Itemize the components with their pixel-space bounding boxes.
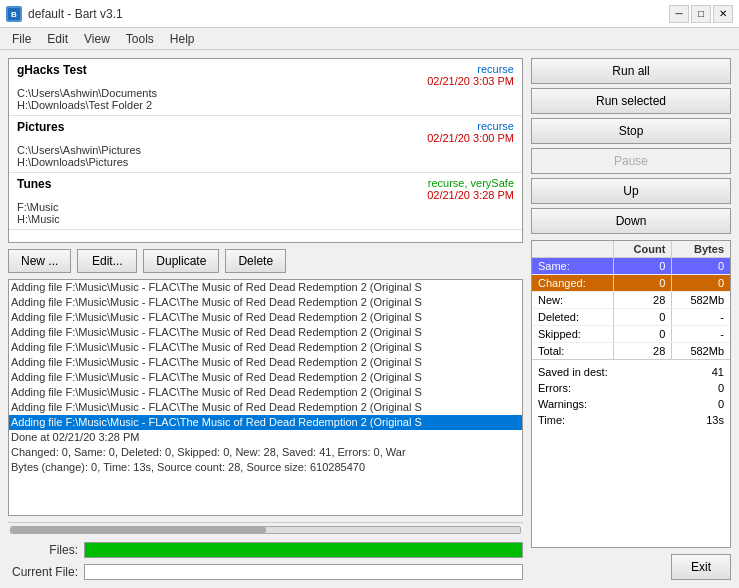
log-line[interactable]: Adding file F:\Music\Music - FLAC\The Mu… xyxy=(9,310,522,325)
job-meta-ghacks: recurse 02/21/20 3:03 PM xyxy=(427,63,514,87)
toolbar-row: New ... Edit... Duplicate Delete xyxy=(8,249,523,273)
stats-label-same: Same: xyxy=(532,258,614,274)
job-name-tunes: Tunes xyxy=(17,177,51,201)
files-progress-bar xyxy=(84,542,523,558)
stats-count-deleted: 0 xyxy=(614,309,673,325)
stats-warnings-value: 0 xyxy=(718,398,724,410)
menu-help[interactable]: Help xyxy=(162,30,203,48)
log-line[interactable]: Done at 02/21/20 3:28 PM xyxy=(9,430,522,445)
stats-label-deleted: Deleted: xyxy=(532,309,614,325)
job-name-pictures: Pictures xyxy=(17,120,64,144)
left-panel: gHacks Test recurse 02/21/20 3:03 PM C:\… xyxy=(8,58,523,580)
maximize-button[interactable]: □ xyxy=(691,5,711,23)
menu-edit[interactable]: Edit xyxy=(39,30,76,48)
stats-warnings-label: Warnings: xyxy=(538,398,587,410)
stats-time-row: Time: 13s xyxy=(532,412,730,428)
stats-time-label: Time: xyxy=(538,414,565,426)
job-item-tunes[interactable]: Tunes recurse, verySafe 02/21/20 3:28 PM… xyxy=(9,173,522,230)
log-scrollbar-track[interactable] xyxy=(10,526,521,534)
stats-count-total: 28 xyxy=(614,343,673,359)
log-area[interactable]: Adding file F:\Music\Music - FLAC\The Mu… xyxy=(8,279,523,516)
stats-saved-value: 41 xyxy=(712,366,724,378)
delete-button[interactable]: Delete xyxy=(225,249,286,273)
files-label: Files: xyxy=(8,543,78,557)
log-line[interactable]: Adding file F:\Music\Music - FLAC\The Mu… xyxy=(9,340,522,355)
log-line[interactable]: Bytes (change): 0, Time: 13s, Source cou… xyxy=(9,460,522,475)
stats-bytes-same: 0 xyxy=(672,258,730,274)
svg-text:B: B xyxy=(11,10,17,19)
right-panel: Run all Run selected Stop Pause Up Down … xyxy=(531,58,731,580)
log-line[interactable]: Adding file F:\Music\Music - FLAC\The Mu… xyxy=(9,325,522,340)
close-button[interactable]: ✕ xyxy=(713,5,733,23)
stats-bytes-skipped: - xyxy=(672,326,730,342)
exit-button[interactable]: Exit xyxy=(671,554,731,580)
duplicate-button[interactable]: Duplicate xyxy=(143,249,219,273)
down-button[interactable]: Down xyxy=(531,208,731,234)
edit-button[interactable]: Edit... xyxy=(77,249,137,273)
job-name-ghacks: gHacks Test xyxy=(17,63,87,87)
stats-row-deleted: Deleted: 0 - xyxy=(532,309,730,326)
run-selected-button[interactable]: Run selected xyxy=(531,88,731,114)
job-path2-pictures: H:\Downloads\Pictures xyxy=(17,156,514,168)
stats-saved-label: Saved in dest: xyxy=(538,366,608,378)
job-path1-pictures: C:\Users\Ashwin\Pictures xyxy=(17,144,514,156)
stats-panel: Count Bytes Same: 0 0 Changed: 0 0 New: … xyxy=(531,240,731,548)
stats-row-changed: Changed: 0 0 xyxy=(532,275,730,292)
files-progress-row: Files: xyxy=(8,542,523,558)
log-line[interactable]: Adding file F:\Music\Music - FLAC\The Mu… xyxy=(9,385,522,400)
pause-button[interactable]: Pause xyxy=(531,148,731,174)
log-line[interactable]: Adding file F:\Music\Music - FLAC\The Mu… xyxy=(9,400,522,415)
stats-label-changed: Changed: xyxy=(532,275,614,291)
menu-view[interactable]: View xyxy=(76,30,118,48)
title-bar-left: B default - Bart v3.1 xyxy=(6,6,123,22)
minimize-button[interactable]: ─ xyxy=(669,5,689,23)
log-line[interactable]: Adding file F:\Music\Music - FLAC\The Mu… xyxy=(9,370,522,385)
job-meta-tunes: recurse, verySafe 02/21/20 3:28 PM xyxy=(427,177,514,201)
stats-bytes-new: 582Mb xyxy=(672,292,730,308)
log-line[interactable]: Adding file F:\Music\Music - FLAC\The Mu… xyxy=(9,280,522,295)
run-all-button[interactable]: Run all xyxy=(531,58,731,84)
log-scrollbar-thumb[interactable] xyxy=(11,527,266,533)
stats-header: Count Bytes xyxy=(532,241,730,258)
log-line[interactable]: Changed: 0, Same: 0, Deleted: 0, Skipped… xyxy=(9,445,522,460)
menu-file[interactable]: File xyxy=(4,30,39,48)
job-date-pictures: 02/21/20 3:00 PM xyxy=(427,132,514,144)
stats-count-skipped: 0 xyxy=(614,326,673,342)
stats-count-new: 28 xyxy=(614,292,673,308)
stats-row-total: Total: 28 582Mb xyxy=(532,343,730,360)
stats-col-count: Count xyxy=(614,241,673,257)
menu-bar: File Edit View Tools Help xyxy=(0,28,739,50)
stats-errors-value: 0 xyxy=(718,382,724,394)
log-line[interactable]: Adding file F:\Music\Music - FLAC\The Mu… xyxy=(9,295,522,310)
job-item-pictures[interactable]: Pictures recurse 02/21/20 3:00 PM C:\Use… xyxy=(9,116,522,173)
current-file-progress-bar xyxy=(84,564,523,580)
stats-saved-row: Saved in dest: 41 xyxy=(532,364,730,380)
job-date-ghacks: 02/21/20 3:03 PM xyxy=(427,75,514,87)
window-controls: ─ □ ✕ xyxy=(669,5,733,23)
new-button[interactable]: New ... xyxy=(8,249,71,273)
stats-row-skipped: Skipped: 0 - xyxy=(532,326,730,343)
stats-bytes-deleted: - xyxy=(672,309,730,325)
stop-button[interactable]: Stop xyxy=(531,118,731,144)
stats-label-new: New: xyxy=(532,292,614,308)
files-progress-fill xyxy=(85,543,522,557)
title-bar: B default - Bart v3.1 ─ □ ✕ xyxy=(0,0,739,28)
up-button[interactable]: Up xyxy=(531,178,731,204)
log-scrollbar-horizontal[interactable] xyxy=(8,522,523,536)
stats-label-total: Total: xyxy=(532,343,614,359)
job-path2-tunes: H:\Music xyxy=(17,213,514,225)
log-line[interactable]: Adding file F:\Music\Music - FLAC\The Mu… xyxy=(9,355,522,370)
app-icon: B xyxy=(6,6,22,22)
stats-col-label xyxy=(532,241,614,257)
current-file-label: Current File: xyxy=(8,565,78,579)
job-item-ghacks[interactable]: gHacks Test recurse 02/21/20 3:03 PM C:\… xyxy=(9,59,522,116)
job-recurse-ghacks: recurse xyxy=(477,63,514,75)
stats-bytes-total: 582Mb xyxy=(672,343,730,359)
menu-tools[interactable]: Tools xyxy=(118,30,162,48)
stats-row-same: Same: 0 0 xyxy=(532,258,730,275)
log-line[interactable]: Adding file F:\Music\Music - FLAC\The Mu… xyxy=(9,415,522,430)
jobs-list[interactable]: gHacks Test recurse 02/21/20 3:03 PM C:\… xyxy=(8,58,523,243)
job-path2-ghacks: H:\Downloads\Test Folder 2 xyxy=(17,99,514,111)
stats-count-changed: 0 xyxy=(614,275,673,291)
main-content: gHacks Test recurse 02/21/20 3:03 PM C:\… xyxy=(0,50,739,588)
